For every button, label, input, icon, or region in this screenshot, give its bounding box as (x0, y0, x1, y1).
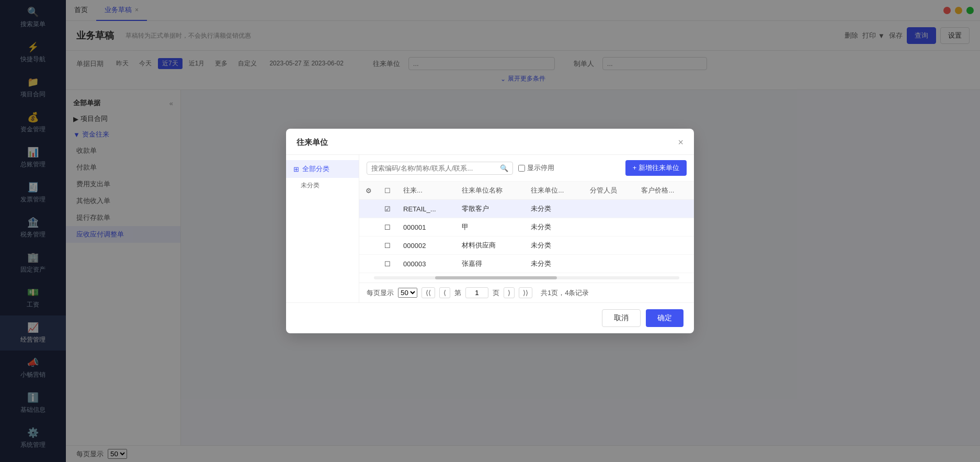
row-name: 甲 (455, 218, 525, 236)
row-code: 000003 (397, 255, 455, 273)
table-header-row: ⚙ ☐ 往来... 往来单位名称 往来单位... 分管人员 客户价格... (359, 182, 694, 200)
modal-toolbar: 🔍 显示停用 + 新增往来单位 (359, 155, 694, 182)
row-code: RETAIL_... (397, 200, 455, 218)
col-name: 往来单位名称 (455, 182, 525, 200)
table-row[interactable]: ☐ 000003 张嘉得 未分类 (359, 255, 694, 273)
row-category: 未分类 (525, 218, 584, 236)
modal-pagination: 每页显示 50 ⟨⟨ ⟨ 第 页 ⟩ ⟩⟩ 共1页，4条记录 (359, 283, 694, 302)
table-row[interactable]: ☐ 000001 甲 未分类 (359, 218, 694, 236)
add-partner-button[interactable]: + 新增往来单位 (625, 160, 687, 176)
row-name: 材料供应商 (455, 236, 525, 255)
cancel-button[interactable]: 取消 (602, 309, 641, 327)
total-records: 共1页，4条记录 (541, 288, 589, 298)
row-settings (359, 200, 378, 218)
col-price: 客户价格... (635, 182, 694, 200)
page-label: 第 (454, 288, 461, 298)
confirm-button[interactable]: 确定 (646, 309, 683, 327)
modal-table: ⚙ ☐ 往来... 往来单位名称 往来单位... 分管人员 客户价格... (359, 182, 694, 273)
col-manager: 分管人员 (584, 182, 635, 200)
col-settings[interactable]: ⚙ (359, 182, 378, 200)
last-page-btn[interactable]: ⟩⟩ (519, 287, 532, 298)
modal-actions: 取消 确定 (286, 302, 694, 333)
row-settings (359, 218, 378, 236)
row-category: 未分类 (525, 255, 584, 273)
row-manager (584, 218, 635, 236)
row-price (635, 200, 694, 218)
modal-title: 往来单位 (297, 138, 328, 148)
modal-header: 往来单位 × (286, 129, 694, 155)
row-name: 零散客户 (455, 200, 525, 218)
modal-right: 🔍 显示停用 + 新增往来单位 ⚙ ☐ (359, 155, 694, 302)
row-manager (584, 200, 635, 218)
modal-close-btn[interactable]: × (678, 137, 683, 148)
row-check[interactable]: ☐ (378, 236, 397, 255)
row-manager (584, 255, 635, 273)
page-number-input[interactable] (465, 287, 488, 298)
page-suffix: 页 (493, 288, 499, 298)
grid-icon: ⊞ (293, 165, 299, 173)
per-page-select[interactable]: 50 (398, 288, 417, 298)
prev-page-btn[interactable]: ⟨ (439, 287, 450, 298)
modal-body: ⊞ 全部分类 未分类 🔍 显示停用 (286, 155, 694, 302)
modal-overlay: 往来单位 × ⊞ 全部分类 未分类 🔍 (0, 0, 980, 462)
row-price (635, 255, 694, 273)
row-settings (359, 255, 378, 273)
partners-table: ⚙ ☐ 往来... 往来单位名称 往来单位... 分管人员 客户价格... (359, 182, 694, 273)
col-category: 往来单位... (525, 182, 584, 200)
row-check[interactable]: ☑ (378, 200, 397, 218)
row-category: 未分类 (525, 200, 584, 218)
row-code: 000002 (397, 236, 455, 255)
table-scrollbar-track[interactable] (359, 273, 694, 283)
row-name: 张嘉得 (455, 255, 525, 273)
search-icon: 🔍 (500, 164, 508, 172)
row-check[interactable]: ☐ (378, 255, 397, 273)
modal-nav-unclassified[interactable]: 未分类 (286, 178, 359, 193)
row-manager (584, 236, 635, 255)
search-box: 🔍 (367, 162, 513, 175)
row-code: 000001 (397, 218, 455, 236)
table-row[interactable]: ☑ RETAIL_... 零散客户 未分类 (359, 200, 694, 218)
col-code: 往来... (397, 182, 455, 200)
modal-nav-all[interactable]: ⊞ 全部分类 (286, 160, 359, 178)
first-page-btn[interactable]: ⟨⟨ (421, 287, 435, 298)
col-check[interactable]: ☐ (378, 182, 397, 200)
row-price (635, 236, 694, 255)
next-page-btn[interactable]: ⟩ (504, 287, 515, 298)
row-price (635, 218, 694, 236)
row-category: 未分类 (525, 236, 584, 255)
partner-modal: 往来单位 × ⊞ 全部分类 未分类 🔍 (286, 129, 694, 333)
per-page-label: 每页显示 (367, 288, 394, 298)
partner-search-input[interactable] (371, 164, 497, 172)
table-row[interactable]: ☐ 000002 材料供应商 未分类 (359, 236, 694, 255)
modal-left-nav: ⊞ 全部分类 未分类 (286, 155, 359, 302)
row-settings (359, 236, 378, 255)
row-check[interactable]: ☐ (378, 218, 397, 236)
show-disabled-checkbox[interactable] (518, 165, 525, 172)
show-disabled-label[interactable]: 显示停用 (518, 163, 554, 173)
